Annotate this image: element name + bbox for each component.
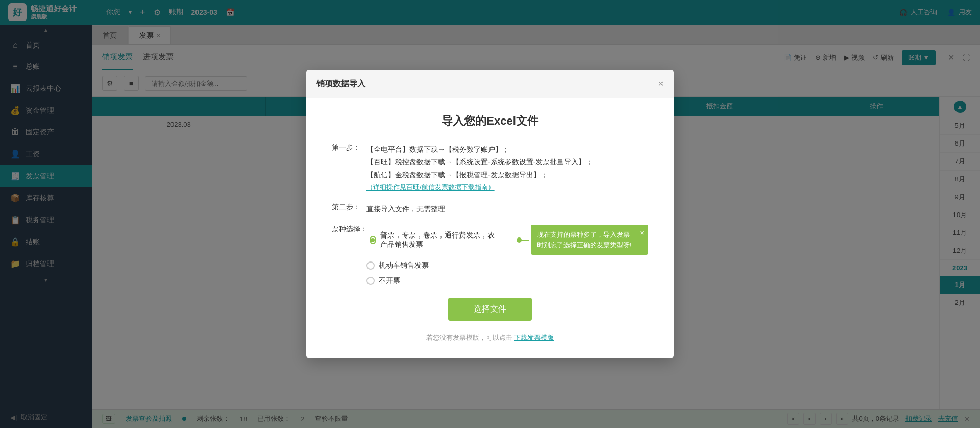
- modal-main-title: 导入您的Excel文件: [332, 113, 648, 129]
- radio-option-3[interactable]: [366, 277, 375, 285]
- step1-line2: 【百旺】税控盘数据下载→【系统设置-系统参数设置-发票批量导入】；: [366, 156, 593, 169]
- step1-label: 第一步：: [332, 143, 360, 152]
- tooltip-text: 现在支持的票种多了，导入发票时别忘了选择正确的发票类型呀!: [537, 231, 632, 249]
- radio-option-2[interactable]: [366, 261, 375, 270]
- modal-footer-text: 若您没有发票模版，可以点击 下载发票模版: [332, 333, 648, 342]
- modal-body: 导入您的Excel文件 第一步： 【全电平台】数据下载→【税务数字账户】； 【百…: [306, 98, 674, 358]
- step2-label: 第二步：: [332, 203, 360, 212]
- tooltip-container: 现在支持的票种多了，导入发票时别忘了选择正确的发票类型呀! ×: [531, 225, 648, 255]
- radio-label-2: 机动车销售发票: [379, 261, 429, 270]
- ticket-label-row: 票种选择： 普票，专票，卷票，通行费发票，农产品销售发票 现在支持的票种多了，导…: [332, 225, 648, 255]
- modal-overlay[interactable]: 销项数据导入 × 导入您的Excel文件 第一步： 【全电平台】数据下载→【税务…: [0, 0, 980, 428]
- import-modal: 销项数据导入 × 导入您的Excel文件 第一步： 【全电平台】数据下载→【税务…: [306, 70, 674, 358]
- step2-content: 直接导入文件，无需整理: [366, 203, 445, 216]
- radio-option-1[interactable]: [370, 236, 376, 244]
- select-file-button[interactable]: 选择文件: [448, 298, 532, 321]
- step1-content: 【全电平台】数据下载→【税务数字账户】； 【百旺】税控盘数据下载→【系统设置-系…: [366, 143, 593, 194]
- ticket-option-2-row: 机动车销售发票: [332, 261, 648, 270]
- radio-label-3: 不开票: [379, 276, 400, 286]
- step2-row: 第二步： 直接导入文件，无需整理: [332, 203, 648, 216]
- radio-label-1: 普票，专票，卷票，通行费发票，农产品销售发票: [380, 231, 501, 249]
- modal-title: 销项数据导入: [316, 79, 365, 89]
- step1-line3: 【航信】金税盘数据下载→【报税管理-发票数据导出】；: [366, 169, 593, 181]
- ticket-option-3-row: 不开票: [332, 276, 648, 286]
- modal-header: 销项数据导入 ×: [306, 70, 674, 98]
- ticket-option-1-container: 普票，专票，卷票，通行费发票，农产品销售发票 现在支持的票种多了，导入发票时别忘…: [370, 225, 648, 255]
- ticket-label: 票种选择：: [332, 225, 363, 234]
- step1-line1: 【全电平台】数据下载→【税务数字账户】；: [366, 143, 593, 156]
- step1-link[interactable]: （详细操作见百旺/航信发票数据下载指南）: [366, 181, 593, 193]
- tooltip-dot: [517, 237, 522, 243]
- tooltip-close-btn[interactable]: ×: [640, 227, 644, 239]
- download-template-link[interactable]: 下载发票模版: [514, 334, 554, 341]
- radio-dot-1: [371, 238, 375, 242]
- tooltip-bubble: 现在支持的票种多了，导入发票时别忘了选择正确的发票类型呀! ×: [531, 225, 648, 255]
- modal-close-btn[interactable]: ×: [658, 79, 664, 88]
- step1-row: 第一步： 【全电平台】数据下载→【税务数字账户】； 【百旺】税控盘数据下载→【系…: [332, 143, 648, 194]
- ticket-selection: 票种选择： 普票，专票，卷票，通行费发票，农产品销售发票 现在支持的票种多了，导…: [332, 225, 648, 286]
